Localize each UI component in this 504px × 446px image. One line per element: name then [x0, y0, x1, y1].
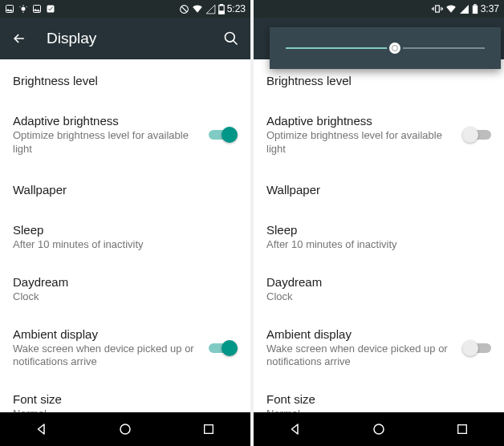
phone-right: 3:37 Brightness level Adaptive brightnes…	[254, 0, 504, 446]
status-bar: 5:23	[0, 0, 250, 18]
block-icon	[179, 4, 189, 14]
item-label: Wallpaper	[13, 183, 238, 197]
item-sub: Clock	[13, 290, 238, 304]
phone-left: 5:23 Display Brightness level Adaptive b…	[0, 0, 250, 446]
brightness-slider-panel	[270, 27, 501, 69]
svg-rect-6	[220, 4, 222, 6]
android-debug-icon	[18, 4, 28, 14]
item-label: Wallpaper	[266, 183, 491, 197]
nav-recents-button[interactable]	[453, 420, 471, 438]
svg-point-8	[226, 33, 235, 43]
nav-bar	[0, 412, 250, 446]
item-label: Daydream	[266, 275, 491, 289]
signal-icon	[459, 4, 469, 14]
item-label: Brightness level	[266, 74, 491, 87]
svg-rect-7	[218, 10, 223, 13]
font-size-item[interactable]: Font sizeNormal	[254, 381, 504, 412]
item-label: Font size	[13, 392, 238, 406]
item-label: Ambient display	[13, 327, 199, 341]
svg-rect-16	[458, 425, 467, 434]
item-sub: Optimize brightness level for available …	[266, 129, 453, 156]
check-circle-icon	[46, 4, 55, 14]
item-sub: Optimize brightness level for available …	[13, 129, 199, 156]
battery-icon	[472, 4, 478, 14]
ambient-display-item[interactable]: Ambient displayWake screen when device p…	[0, 316, 250, 382]
wallpaper-item[interactable]: Wallpaper	[0, 168, 250, 212]
item-sub: Clock	[266, 290, 491, 304]
svg-point-15	[374, 424, 384, 434]
daydream-item[interactable]: DaydreamClock	[254, 264, 504, 316]
adaptive-brightness-item[interactable]: Adaptive brightnessOptimize brightness l…	[0, 103, 250, 168]
item-label: Daydream	[13, 275, 238, 289]
brightness-thumb-icon[interactable]	[387, 40, 403, 56]
svg-rect-12	[472, 5, 477, 13]
signal-icon	[205, 4, 216, 14]
page-title: Display	[47, 30, 223, 47]
nav-home-button[interactable]	[116, 420, 134, 438]
settings-list: Brightness level Adaptive brightnessOpti…	[254, 59, 504, 412]
item-sub: Wake screen when device picked up or not…	[266, 343, 453, 370]
image-icon	[5, 4, 14, 14]
image-icon	[32, 4, 42, 14]
wifi-icon	[192, 3, 203, 14]
search-button[interactable]	[223, 30, 239, 47]
adaptive-brightness-switch[interactable]	[209, 127, 238, 143]
item-label: Ambient display	[266, 327, 453, 341]
sleep-item[interactable]: SleepAfter 10 minutes of inactivity	[254, 212, 504, 264]
ambient-display-item[interactable]: Ambient displayWake screen when device p…	[254, 316, 504, 382]
brightness-slider[interactable]	[286, 47, 485, 49]
back-button[interactable]	[11, 30, 27, 47]
ambient-display-switch[interactable]	[462, 340, 491, 356]
sleep-item[interactable]: SleepAfter 10 minutes of inactivity	[0, 212, 250, 264]
daydream-item[interactable]: DaydreamClock	[0, 264, 250, 316]
nav-home-button[interactable]	[370, 420, 388, 438]
clock-text: 5:23	[227, 3, 246, 14]
nav-recents-button[interactable]	[200, 420, 217, 438]
item-sub: Wake screen when device picked up or not…	[13, 343, 199, 370]
clock-text: 3:37	[481, 3, 499, 14]
item-label: Sleep	[266, 223, 491, 237]
item-label: Adaptive brightness	[266, 114, 453, 128]
battery-icon	[218, 4, 225, 14]
font-size-item[interactable]: Font sizeNormal	[0, 381, 250, 412]
vibrate-icon	[432, 3, 443, 14]
wifi-icon	[445, 3, 457, 14]
item-label: Brightness level	[13, 74, 238, 87]
item-label: Font size	[266, 392, 491, 406]
brightness-level-item[interactable]: Brightness level	[0, 59, 250, 103]
svg-rect-10	[205, 425, 213, 434]
item-sub: After 10 minutes of inactivity	[13, 238, 238, 252]
wallpaper-item[interactable]: Wallpaper	[254, 168, 504, 212]
settings-list: Brightness level Adaptive brightnessOpti…	[0, 59, 250, 412]
nav-bar	[254, 412, 504, 446]
svg-point-1	[22, 7, 26, 11]
item-label: Adaptive brightness	[13, 114, 199, 128]
svg-rect-11	[435, 6, 439, 12]
adaptive-brightness-item[interactable]: Adaptive brightnessOptimize brightness l…	[254, 103, 504, 168]
svg-point-9	[120, 424, 130, 434]
nav-back-button[interactable]	[33, 420, 51, 438]
app-bar: Display	[0, 18, 250, 59]
ambient-display-switch[interactable]	[209, 340, 238, 356]
item-sub: After 10 minutes of inactivity	[266, 238, 491, 252]
status-bar: 3:37	[254, 0, 504, 18]
adaptive-brightness-switch[interactable]	[462, 127, 491, 143]
item-label: Sleep	[13, 223, 238, 237]
svg-rect-13	[474, 4, 476, 6]
nav-back-button[interactable]	[287, 420, 304, 438]
